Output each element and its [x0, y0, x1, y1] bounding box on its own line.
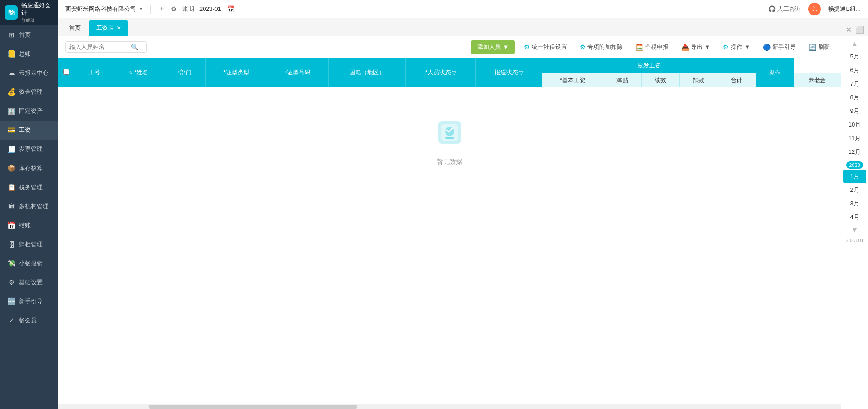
sidebar-item-archive[interactable]: 🗄归档管理 [0, 235, 58, 254]
export-arrow: ▼ [704, 44, 710, 50]
sidebar-item-home[interactable]: ⊞首页 [0, 25, 58, 44]
sidebar-item-inventory[interactable]: 📦库存核算 [0, 159, 58, 178]
search-input[interactable] [69, 44, 128, 50]
window-maximize-icon[interactable]: ⬜ [855, 25, 864, 34]
tab-home[interactable]: 首页 [62, 20, 88, 36]
nav-label-multi-org: 多机构管理 [19, 202, 48, 210]
nav-icon-guide: 🆕 [7, 297, 15, 306]
header-right: 🎧 人工咨询 头 畅提通B组... [768, 3, 861, 15]
refresh-label: 刷新 [818, 43, 830, 51]
sidebar-item-expense[interactable]: 💸小畅报销 [0, 254, 58, 273]
col-checkbox [58, 58, 75, 87]
col-name: ⇅ *姓名 [113, 58, 164, 87]
social-security-label: 统一社保设置 [532, 43, 567, 51]
special-deduction-icon: ⚙ [580, 44, 586, 51]
sidebar-logo: 畅 畅应通好会计 旗舰版 [0, 0, 58, 25]
sidebar-item-cloud-report[interactable]: ☁云报表中心 [0, 63, 58, 83]
social-security-action[interactable]: ⚙ 统一社保设置 [520, 41, 571, 53]
period-calendar-icon[interactable]: 📅 [227, 5, 234, 13]
nav-label-tax: 税务管理 [19, 183, 43, 191]
sidebar-item-guide[interactable]: 🆕新手引导 [0, 292, 58, 311]
sidebar-item-ledger[interactable]: 📒总账 [0, 44, 58, 63]
operation-label: 操作 [731, 43, 742, 51]
cal-month-4[interactable]: 4月 [841, 210, 868, 224]
nav-label-funds: 资金管理 [19, 88, 43, 96]
col-id-number: *证型号码 [267, 58, 328, 87]
service-label: 人工咨询 [777, 5, 801, 13]
personal-tax-action[interactable]: 🧮 个税申报 [632, 41, 672, 53]
empty-text: 暂无数据 [437, 158, 462, 166]
sidebar-item-multi-org[interactable]: 🏛多机构管理 [0, 197, 58, 216]
col-deduction: 扣款 [679, 73, 718, 87]
col-country: 国籍（地区） [329, 58, 406, 87]
special-deduction-action[interactable]: ⚙ 专项附加扣除 [576, 41, 626, 53]
nav-label-home: 首页 [19, 31, 31, 39]
sidebar-item-close[interactable]: 📅结账 [0, 216, 58, 235]
sidebar-item-invoice[interactable]: 🧾发票管理 [0, 140, 58, 159]
select-all-checkbox[interactable] [63, 69, 69, 75]
add-person-label: 添加人员 [477, 43, 501, 51]
nav-icon-close: 📅 [7, 221, 15, 229]
export-icon: 📤 [681, 44, 689, 51]
sidebar-item-fixed-assets[interactable]: 🏢固定资产 [0, 102, 58, 121]
filter-icon-report-status[interactable]: ▽ [519, 70, 523, 75]
social-security-icon: ⚙ [524, 44, 530, 51]
table-wrap: 工号 ⇅ *姓名 *部门 *证型类型 *证型号码 国籍（地区） *人员状态 [58, 58, 841, 404]
scroll-thumb[interactable] [149, 405, 357, 409]
cal-month-10[interactable]: 10月 [841, 118, 868, 131]
refresh-action[interactable]: 🔄 刷新 [805, 41, 834, 53]
personal-tax-label: 个税申报 [645, 43, 669, 51]
nav-label-member: 畅会员 [19, 316, 37, 325]
nav-label-invoice: 发票管理 [19, 145, 43, 153]
main-area: 西安虾米网络科技有限公司 ▼ ＋ ⚙ 账期 2023-01 📅 🎧 人工咨询 头… [58, 0, 868, 409]
add-person-button[interactable]: 添加人员 ▼ [471, 40, 515, 54]
top-header: 西安虾米网络科技有限公司 ▼ ＋ ⚙ 账期 2023-01 📅 🎧 人工咨询 头… [58, 0, 868, 18]
cal-month-5[interactable]: 5月 [841, 50, 868, 63]
sidebar-item-tax[interactable]: 📋税务管理 [0, 178, 58, 197]
tab-payroll-table[interactable]: 工资表 ✕ [89, 20, 128, 36]
settings-button[interactable]: ⚙ [171, 5, 177, 13]
logo-icon: 畅 [5, 5, 18, 20]
cal-month-9[interactable]: 9月 [841, 104, 868, 118]
company-dropdown-icon: ▼ [139, 6, 143, 11]
nav-label-guide: 新手引导 [19, 297, 43, 306]
operation-arrow: ▼ [744, 44, 750, 50]
nav-icon-fixed-assets: 🏢 [7, 107, 15, 115]
special-deduction-label: 专项附加扣除 [587, 43, 623, 51]
service-button[interactable]: 🎧 人工咨询 [768, 5, 801, 13]
sidebar-item-member[interactable]: ✓畅会员 [0, 311, 58, 330]
cal-month-7[interactable]: 7月 [841, 77, 868, 91]
export-label: 导出 [691, 43, 703, 51]
window-close-icon[interactable]: ✕ [846, 25, 852, 34]
refresh-icon: 🔄 [809, 44, 816, 51]
cal-month-11[interactable]: 11月 [841, 131, 868, 145]
tab-close-icon[interactable]: ✕ [116, 25, 121, 31]
company-selector[interactable]: 西安虾米网络科技有限公司 ▼ [65, 5, 143, 13]
cal-month-2[interactable]: 2月 [841, 183, 868, 197]
col-department: *部门 [164, 58, 206, 87]
col-subsidy: 津贴 [603, 73, 641, 87]
cal-month-8[interactable]: 8月 [841, 91, 868, 104]
cal-month-6[interactable]: 6月 [841, 63, 868, 77]
cal-month-1[interactable]: 1月 [843, 170, 866, 183]
guide-action[interactable]: 🔵 新手引导 [759, 41, 800, 53]
sidebar-item-payroll[interactable]: 💳工资 [0, 121, 58, 140]
cal-prev-arrow[interactable]: ▲ [849, 38, 860, 50]
add-company-button[interactable]: ＋ [158, 4, 165, 14]
operation-action[interactable]: ⚙ 操作 ▼ [719, 41, 754, 53]
cal-next-arrow[interactable]: ▼ [849, 224, 860, 236]
period-label: 账期 [182, 5, 194, 13]
sidebar-item-basic-settings[interactable]: ⚙基础设置 [0, 273, 58, 292]
period-value: 2023-01 [199, 5, 221, 12]
export-action[interactable]: 📤 导出 ▼ [678, 41, 714, 53]
cal-month-12[interactable]: 12月 [841, 145, 868, 159]
nav-label-archive: 归档管理 [19, 240, 43, 248]
content-area: 🔍 添加人员 ▼ ⚙ 统一社保设置 ⚙ 专项附加扣除 [58, 36, 868, 409]
personal-tax-icon: 🧮 [635, 44, 643, 51]
cal-month-3[interactable]: 3月 [841, 197, 868, 210]
search-wrap: 🔍 [65, 41, 147, 53]
logo-title: 畅应通好会计 [21, 2, 53, 17]
filter-icon-person-status[interactable]: ▽ [452, 70, 456, 75]
sidebar-item-funds[interactable]: 💰资金管理 [0, 83, 58, 102]
nav-icon-inventory: 📦 [7, 164, 15, 172]
